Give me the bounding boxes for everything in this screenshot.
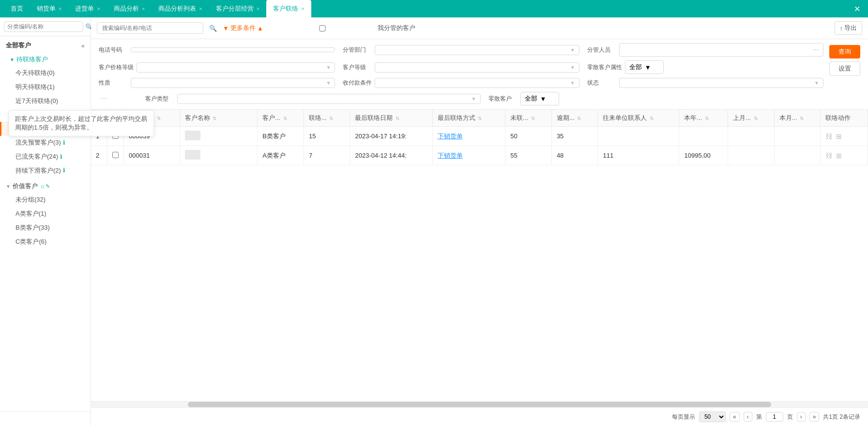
search-button[interactable]: 🔍 (209, 25, 217, 32)
row2-grid-icon[interactable]: ⊞ (836, 152, 842, 160)
search-input[interactable] (97, 22, 203, 34)
row1-link-icon[interactable]: ⛓ (825, 132, 832, 140)
table-th-last-contact-date[interactable]: 最后联络日期 ⇅ (350, 110, 432, 127)
filter-dept-select[interactable]: ▼ (375, 45, 579, 55)
first-page-button[interactable]: « (730, 412, 740, 422)
table-th-uncontacted[interactable]: 未联... ⇅ (505, 110, 552, 127)
filter-nature-select[interactable]: ▼ (131, 78, 335, 88)
sidebar-item-ungrouped[interactable]: 未分组(32) (0, 193, 91, 207)
declining-info-icon[interactable]: ℹ (63, 166, 65, 175)
sidebar-collapse-icon[interactable]: « (81, 42, 85, 49)
horizontal-scrollbar[interactable] (91, 401, 868, 407)
nav-product-analysis-list[interactable]: 商品分析列表 × (152, 0, 209, 17)
sidebar-group-value-customers[interactable]: ▼ 价值客户 ○ ✎ (0, 179, 91, 193)
sidebar-item-tomorrow[interactable]: 明天待联络(1) (0, 80, 91, 94)
row1-name[interactable] (180, 127, 257, 146)
filter-phone-input[interactable] (131, 47, 335, 52)
table-th-overdue[interactable]: 逾期... ⇅ (551, 110, 598, 127)
filter-price-tier-select[interactable]: ▼ (137, 62, 335, 73)
row2-last-contact-method[interactable]: 下销货单 (432, 146, 505, 165)
table-sort-method-icon[interactable]: ⇅ (478, 116, 482, 121)
nav-home[interactable]: 首页 (4, 0, 30, 17)
last-page-button[interactable]: » (809, 412, 820, 422)
table-sort-year-icon[interactable]: ⇅ (705, 116, 709, 121)
prev-page-button[interactable]: ‹ (744, 412, 752, 422)
sidebar-item-churned[interactable]: 已流失客户(24) ℹ (0, 150, 91, 164)
filter-retail-customer-select[interactable]: 全部 ▼ (520, 92, 559, 105)
sidebar-item-a-class[interactable]: A类客户(1) (0, 207, 91, 221)
filter-customer-tier-select[interactable]: ▼ (375, 62, 579, 73)
sidebar-item-c-class[interactable]: C类客户(6) (0, 235, 91, 249)
table-th-this-month[interactable]: 本月... ⇅ (774, 110, 821, 127)
sidebar-item-today[interactable]: 今天待联络(0) (0, 66, 91, 80)
page-number-input[interactable] (766, 412, 783, 422)
my-customers-checkbox[interactable]: 我分管的客户 (269, 24, 415, 32)
sidebar-item-churn-warning[interactable]: 流失预警客户(3) ℹ (0, 136, 91, 150)
table-th-customer-type[interactable]: 客户... ⇅ (258, 110, 304, 127)
close-sales-order-icon[interactable]: × (59, 6, 61, 12)
table-sort-thismonth-icon[interactable]: ⇅ (800, 116, 804, 121)
table-th-contact-person[interactable]: 往来单位联系人 ⇅ (598, 110, 679, 127)
filter-row4-dots-icon[interactable]: ··· (101, 94, 107, 103)
nav-purchase-order[interactable]: 进货单 × (68, 0, 107, 17)
row2-checkbox[interactable] (107, 146, 124, 165)
sidebar-item-b-class[interactable]: B类客户(33) (0, 221, 91, 235)
table-sort-lastmonth-icon[interactable]: ⇅ (754, 116, 758, 121)
row2-contact-method-link[interactable]: 下销货单 (438, 152, 463, 159)
nav-product-analysis[interactable]: 商品分析 × (107, 0, 152, 17)
row2-select-checkbox[interactable] (112, 152, 119, 158)
row1-grid-icon[interactable]: ⊞ (836, 132, 842, 140)
table-th-contact[interactable]: 联络... ⇅ (304, 110, 350, 127)
settings-button[interactable]: 设置 (829, 61, 860, 76)
table-sort-uncontacted-icon[interactable]: ⇅ (531, 116, 535, 121)
next-page-button[interactable]: › (797, 412, 806, 422)
table-sort-contact-icon[interactable]: ⇅ (329, 116, 333, 121)
filter-manager-input[interactable]: ··· (619, 43, 823, 57)
table-wrapper[interactable]: ⚙ 客户编码 ⇅ 客户名称 ⇅ (91, 110, 868, 401)
sidebar-search-input[interactable] (4, 21, 83, 32)
close-product-analysis-list-icon[interactable]: × (199, 6, 202, 12)
row1-last-contact-method[interactable]: 下销货单 (432, 127, 505, 146)
filter-status-select[interactable]: ▼ (619, 78, 823, 88)
row2-link-icon[interactable]: ⛓ (825, 152, 832, 160)
sidebar-item-7days[interactable]: 近7天待联络(0) (0, 94, 91, 108)
nav-sales-order[interactable]: 销货单 × (30, 0, 68, 17)
row2-name[interactable] (180, 146, 257, 165)
close-customer-contact-icon[interactable]: × (301, 6, 304, 12)
table-th-name[interactable]: 客户名称 ⇅ (180, 110, 257, 127)
close-purchase-order-icon[interactable]: × (97, 6, 100, 12)
filter-payment-select[interactable]: ▼ (375, 78, 579, 88)
row2-code[interactable]: 000031 (124, 146, 180, 165)
table-sort-type-icon[interactable]: ⇅ (283, 116, 287, 121)
sidebar-group2-settings-icon[interactable]: ✎ (46, 183, 50, 190)
export-button[interactable]: ↑ 导出 (835, 21, 863, 35)
query-button[interactable]: 查询 (829, 45, 860, 59)
more-filter-button[interactable]: ▼ 更多条件 ▲ (223, 24, 263, 32)
sidebar-group-pending-contact[interactable]: ▼ 待联络客户 (0, 53, 91, 66)
filter-manager-dots-icon[interactable]: ··· (813, 45, 819, 54)
nav-customer-tier[interactable]: 客户分层经营 × (209, 0, 266, 17)
my-customers-check[interactable] (269, 25, 376, 31)
churned-info-icon[interactable]: ℹ (60, 152, 62, 162)
window-close-button[interactable]: ✕ (850, 4, 864, 14)
filter-retail-attr-select[interactable]: 全部 ▼ (625, 60, 664, 74)
nav-customer-contact[interactable]: 客户联络 × (266, 0, 311, 17)
table-th-last-contact-method[interactable]: 最后联络方式 ⇅ (432, 110, 505, 127)
sidebar-item-declining[interactable]: 持续下滑客户(2) ℹ (0, 164, 91, 178)
per-page-select[interactable]: 50 100 200 (699, 411, 726, 422)
table-sort-overdue-icon[interactable]: ⇅ (577, 116, 581, 121)
table-sort-code-icon[interactable]: ⇅ (157, 116, 161, 121)
table-sort-name-icon[interactable]: ⇅ (213, 116, 216, 121)
filter-customer-type-select[interactable]: ▼ (177, 94, 481, 104)
table-th-this-year[interactable]: 本年... ⇅ (679, 110, 728, 127)
sidebar-all-customers[interactable]: 全部客户 « (0, 38, 91, 53)
table-th-last-month[interactable]: 上月... ⇅ (728, 110, 775, 127)
sidebar-group2-edit-icon[interactable]: ○ (41, 183, 45, 190)
table-sort-date-icon[interactable]: ⇅ (396, 116, 399, 121)
table-sort-person-icon[interactable]: ⇅ (650, 116, 654, 121)
close-customer-tier-icon[interactable]: × (257, 6, 259, 12)
horizontal-scrollbar-thumb[interactable] (188, 402, 771, 407)
close-product-analysis-icon[interactable]: × (142, 6, 145, 12)
row1-contact-method-link[interactable]: 下销货单 (438, 132, 463, 140)
churn-warning-info-icon[interactable]: ℹ (63, 138, 65, 147)
